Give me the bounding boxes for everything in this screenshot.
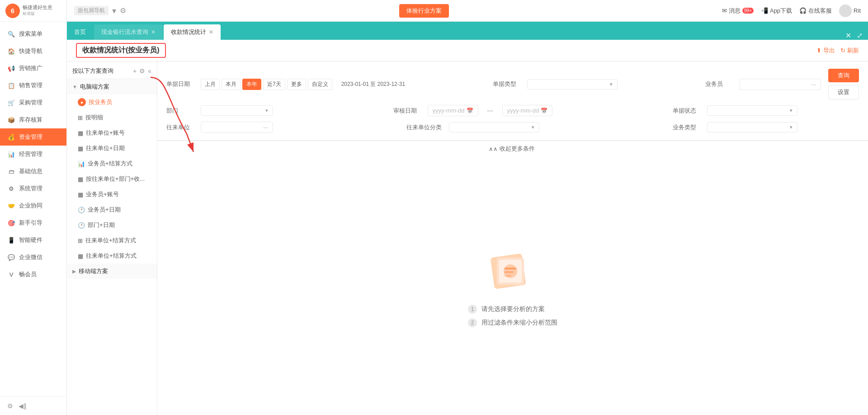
filter-area: 单据日期 上月 本月 本年 近7天 更多 自定义 2023-01-01 至 20… — [157, 61, 868, 141]
review-date-to[interactable]: yyyy-mm-dd 📅 — [502, 105, 553, 116]
collapse-panel-icon[interactable]: « — [148, 67, 151, 75]
category-select[interactable]: ▾ — [527, 79, 618, 90]
sidebar-item-guide[interactable]: 🎯 新手引导 — [0, 214, 66, 231]
filter-settings-button[interactable]: 设置 — [828, 85, 859, 99]
guide-icon: 🎯 — [7, 219, 15, 227]
sidebar-item-marketing[interactable]: 📢 营销推广 — [0, 60, 66, 77]
page-actions: ⬆ 导出 ↻ 刷新 — [816, 47, 859, 55]
dept-chevron-icon: ▾ — [265, 108, 268, 113]
sidebar-item-wechat[interactable]: 💬 企业微信 — [0, 249, 66, 266]
left-panel-title: 按以下方案查询 — [72, 67, 113, 75]
review-date-from[interactable]: yyyy-mm-dd 📅 — [428, 105, 478, 116]
top-header: 面包屑导航 ▾ ⚙ 体验行业方案 ✉ 消息 99+ 📲 App下载 🎧 在线客服 — [67, 0, 868, 22]
plan-item-salesman-account[interactable]: ▦ 业务员+账号 — [67, 187, 157, 202]
sidebar-item-basic-info[interactable]: 🗃 基础信息 — [0, 163, 66, 180]
sidebar-item-hardware[interactable]: 📱 智能硬件 — [0, 231, 66, 249]
sidebar-item-operations[interactable]: 📊 经营管理 — [0, 146, 66, 163]
query-button[interactable]: 查询 — [828, 69, 859, 82]
category-label: 单据类型 — [493, 80, 520, 88]
user-profile[interactable]: Rit — [839, 5, 861, 17]
plan-item-partner-settle1[interactable]: ⊞ 往来单位+结算方式 — [67, 233, 157, 248]
sidebar-item-inventory[interactable]: 📦 库存核算 — [0, 111, 66, 128]
search-icon: 🔍 — [7, 30, 15, 38]
sidebar-item-purchase[interactable]: 🛒 采购管理 — [0, 94, 66, 111]
filter-row-1: 单据日期 上月 本月 本年 近7天 更多 自定义 2023-01-01 至 20… — [166, 69, 859, 99]
online-service-button[interactable]: 🎧 在线客服 — [799, 7, 832, 15]
date-btn-7days[interactable]: 近7天 — [263, 79, 285, 90]
plan-item-salesman[interactable]: ● 按业务员 — [67, 94, 157, 110]
tab-collection-stats[interactable]: 收款情况统计 ✕ — [164, 24, 221, 40]
collapse-filter-button[interactable]: ∧∧ 收起更多条件 — [157, 141, 868, 156]
step-num-1: 1 — [468, 305, 477, 314]
partner-category-select[interactable]: ▾ — [449, 122, 539, 132]
member-icon: V — [7, 270, 15, 278]
plan-item-detail[interactable]: ⊞ 按明细 — [67, 110, 157, 125]
review-date-label: 审核日期 — [393, 107, 420, 115]
sidebar: 6 畅捷通好生意 标准版 🔍 搜索菜单 🏠 快捷导航 📢 营销推广 📋 销售管理… — [0, 0, 67, 415]
action-buttons: 查询 设置 — [828, 69, 859, 99]
refresh-icon: ↻ — [840, 47, 845, 54]
plan-item-dept-date[interactable]: 🕐 部门+日期 — [67, 217, 157, 233]
date-btn-last-month[interactable]: 上月 — [201, 79, 220, 90]
voucher-status-chevron-icon: ▾ — [790, 108, 793, 113]
plan-group-mobile-header[interactable]: ▶ 移动端方案 — [67, 264, 157, 279]
sidebar-item-collab[interactable]: 🤝 企业协同 — [0, 197, 66, 214]
salesman-account-icon: ▦ — [78, 191, 83, 198]
sidebar-item-system[interactable]: ⚙ 系统管理 — [0, 180, 66, 197]
bottom-settings-icon[interactable]: ⚙ — [7, 402, 13, 410]
app-download-button[interactable]: 📲 App下载 — [761, 7, 792, 15]
partner-account-icon: ▦ — [78, 130, 83, 137]
date-btn-more[interactable]: 更多 — [287, 79, 306, 90]
dropdown-icon[interactable]: ▾ — [112, 6, 116, 16]
plan-item-salesman-settle[interactable]: 📊 业务员+结算方式 — [67, 156, 157, 171]
sidebar-item-quicknav[interactable]: 🏠 快捷导航 — [0, 42, 66, 60]
refresh-button[interactable]: ↻ 刷新 — [840, 47, 859, 55]
tab-home[interactable]: 首页 — [67, 24, 93, 40]
sidebar-item-search[interactable]: 🔍 搜索菜单 — [0, 25, 66, 42]
header-settings-icon[interactable]: ⚙ — [120, 6, 126, 15]
date-btn-custom[interactable]: 自定义 — [308, 79, 332, 90]
voucher-status-select[interactable]: ▾ — [707, 105, 797, 116]
date-btn-this-year[interactable]: 本年 — [242, 79, 261, 90]
system-icon: ⚙ — [7, 184, 15, 193]
message-button[interactable]: ✉ 消息 99+ — [722, 7, 754, 15]
business-type-select[interactable]: ▾ — [707, 122, 797, 132]
plan-group-desktop-header[interactable]: ▼ 电脑端方案 — [67, 79, 157, 94]
finance-icon: 💰 — [7, 133, 15, 141]
bottom-collapse-icon[interactable]: ◀‖ — [19, 402, 27, 410]
tab-collection-close-icon[interactable]: ✕ — [209, 29, 213, 35]
plan-settings-icon[interactable]: ⚙ — [139, 67, 145, 75]
partner-select[interactable]: ··· — [201, 122, 273, 133]
close-all-tabs-icon[interactable]: ✕ — [845, 31, 851, 40]
add-plan-icon[interactable]: + — [133, 67, 137, 75]
page-header: 收款情况统计(按业务员) ⬆ 导出 ↻ 刷新 — [67, 40, 868, 61]
sidebar-item-member[interactable]: V 畅会员 — [0, 266, 66, 283]
inventory-icon: 📦 — [7, 116, 15, 124]
filter-row-3: 往来单位 ··· 往来单位分类 ▾ 业务类型 — [166, 122, 859, 133]
export-button[interactable]: ⬆ 导出 — [816, 47, 835, 55]
detail-icon: ⊞ — [78, 114, 83, 121]
salesman-date-icon: 🕐 — [78, 207, 85, 213]
salesman-select[interactable]: ··· — [740, 79, 821, 90]
step-num-2: 2 — [468, 318, 477, 327]
plan-item-partner-date[interactable]: ▦ 往来单位+日期 — [67, 141, 157, 156]
plan-item-partner-account[interactable]: ▦ 往来单位+账号 — [67, 125, 157, 141]
plan-item-partner-dept[interactable]: ▦ 按往来单位+部门+收... — [67, 171, 157, 187]
tab-bank-close-icon[interactable]: ✕ — [151, 29, 156, 35]
sidebar-item-sales[interactable]: 📋 销售管理 — [0, 77, 66, 94]
logo-text: 畅捷通好生意 — [23, 5, 52, 10]
dept-select[interactable]: ▾ — [201, 105, 273, 116]
sidebar-item-finance[interactable]: 💰 资金管理 — [0, 128, 66, 146]
main-area: 面包屑导航 ▾ ⚙ 体验行业方案 ✉ 消息 99+ 📲 App下载 🎧 在线客服 — [67, 0, 868, 415]
empty-step-2: 2 用过滤条件来缩小分析范围 — [468, 318, 557, 327]
business-type-chevron-icon: ▾ — [790, 124, 793, 130]
tab-bank-flow[interactable]: 现金银行流水查询 ✕ — [94, 24, 163, 40]
date-dash: — — [487, 107, 493, 114]
plan-item-partner-settle2[interactable]: ▦ 往来单位+结算方式 — [67, 248, 157, 264]
empty-step-1: 1 请先选择要分析的方案 — [468, 305, 557, 314]
content-layout: 按以下方案查询 + ⚙ « ▼ 电脑端方案 ● — [67, 61, 868, 415]
date-btn-this-month[interactable]: 本月 — [222, 79, 241, 90]
plan-item-salesman-date[interactable]: 🕐 业务员+日期 — [67, 202, 157, 217]
expand-icon[interactable]: ⤢ — [857, 31, 863, 40]
trial-button[interactable]: 体验行业方案 — [399, 4, 449, 18]
